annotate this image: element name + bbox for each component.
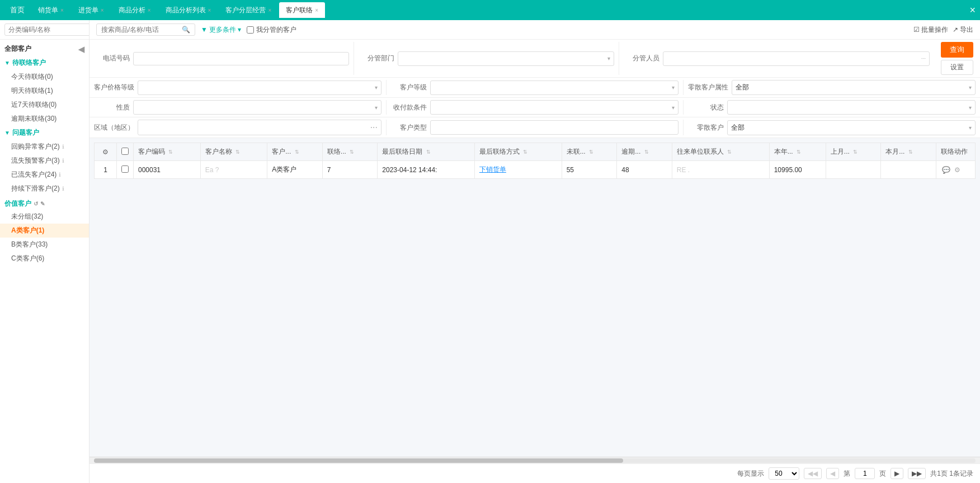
next-page-button[interactable]: ▶	[891, 468, 903, 479]
sort-this-month-icon[interactable]: ⇅	[908, 149, 913, 155]
first-page-button[interactable]: ◀◀	[804, 468, 822, 479]
chevron-down-icon: ▾	[238, 26, 241, 34]
filter-more-button[interactable]: ▼ 更多条件 ▾	[201, 25, 241, 35]
sidebar-item-today[interactable]: 今天待联络(0)	[0, 70, 89, 84]
adv-status-select[interactable]: ▾	[727, 100, 976, 115]
refresh-icon[interactable]: ↺	[34, 201, 38, 207]
sidebar-item-declining[interactable]: 持续下滑客户(2) ℹ	[0, 182, 89, 196]
query-button[interactable]: 查询	[941, 42, 973, 58]
close-all-tabs[interactable]: ×	[969, 4, 976, 16]
adv-retail-attr-select[interactable]: 全部 ▾	[732, 80, 976, 95]
sort-last-month-icon[interactable]: ⇅	[853, 149, 858, 155]
td-checkbox[interactable]	[117, 161, 134, 179]
adv-phone-input[interactable]	[133, 52, 349, 65]
sort-last-method-icon[interactable]: ⇅	[523, 149, 527, 155]
adv-retail-cell: 零散客户 全部 ▾	[684, 117, 980, 138]
close-tab-goods-analysis-list[interactable]: ×	[208, 7, 211, 13]
adv-nature-select[interactable]: ▾	[133, 100, 381, 115]
adv-retail-attr-cell: 零散客户属性 全部 ▾	[684, 78, 980, 97]
qr-icon[interactable]: ⚙	[954, 166, 960, 174]
adv-price-grade-select[interactable]: ▾	[138, 80, 381, 95]
tab-purchase[interactable]: 进货单 ×	[72, 2, 111, 18]
adv-payment-select[interactable]: ▾	[430, 100, 679, 115]
sidebar-item-tomorrow[interactable]: 明天待联络(1)	[0, 84, 89, 98]
sort-this-year-icon[interactable]: ⇅	[797, 149, 801, 155]
adv-region-select[interactable]: ···	[138, 120, 381, 135]
close-tab-purchase[interactable]: ×	[101, 7, 104, 13]
batch-op-button[interactable]: ☑ 批量操作	[913, 25, 948, 35]
tab-customer-contact[interactable]: 客户联络 ×	[279, 2, 325, 18]
table-wrap: ⚙ 客户编码 ⇅ 客户名称 ⇅	[89, 138, 980, 457]
sidebar-item-ungrouped[interactable]: 未分组(32)	[0, 210, 89, 224]
adv-person-cell: 分管人员 ···	[619, 40, 935, 77]
filter-search-icon[interactable]: 🔍	[182, 26, 190, 34]
sidebar-group-pending[interactable]: ▼ 待联络客户	[0, 56, 89, 70]
sidebar-search-area: 🔍	[0, 20, 89, 40]
sort-type-icon[interactable]: ⇅	[295, 149, 299, 155]
adv-dept-select[interactable]: ▾	[398, 51, 614, 66]
close-tab-customer-contact[interactable]: ×	[315, 7, 318, 13]
tab-goods-analysis-list[interactable]: 商品分析列表 ×	[159, 2, 218, 18]
sort-no-contact-icon[interactable]: ⇅	[589, 149, 593, 155]
last-method-link[interactable]: 下销货单	[479, 165, 506, 173]
tab-customer-tier[interactable]: 客户分层经营 ×	[219, 2, 278, 18]
adv-cust-type-select[interactable]	[430, 120, 679, 135]
page-input[interactable]	[855, 468, 875, 479]
sort-contact-count-icon[interactable]: ⇅	[350, 149, 354, 155]
sort-code-icon[interactable]: ⇅	[168, 149, 173, 155]
tab-goods-analysis[interactable]: 商品分析 ×	[112, 2, 158, 18]
sidebar-section-value: 价值客户 ↺ ✎	[0, 196, 89, 210]
adv-status-cell: 状态 ▾	[684, 98, 980, 117]
adv-retail-select[interactable]: 全部 ▾	[727, 120, 976, 135]
horizontal-scrollbar[interactable]	[89, 457, 980, 463]
setting-button[interactable]: 设置	[941, 60, 973, 75]
sidebar-item-attrition-warning[interactable]: 流失预警客户(3) ℹ	[0, 154, 89, 168]
total-label: 共1页 1条记录	[930, 469, 973, 479]
sidebar-item-7days[interactable]: 近7天待联络(0)	[0, 98, 89, 112]
my-customers-checkbox[interactable]	[247, 26, 254, 34]
adv-cust-grade-select[interactable]: ▾	[430, 80, 679, 95]
per-page-select[interactable]: 50 100 200	[769, 467, 799, 480]
sidebar-item-overdue[interactable]: 逾期未联络(30)	[0, 112, 89, 126]
th-last-date: 最后联络日期 ⇅	[378, 143, 475, 161]
page-suffix-label: 页	[879, 469, 886, 479]
select-all-checkbox[interactable]	[121, 148, 129, 155]
sidebar-item-lost[interactable]: 已流失客户(24) ℹ	[0, 168, 89, 182]
close-tab-customer-tier[interactable]: ×	[268, 7, 271, 13]
tab-sales[interactable]: 销货单 ×	[31, 2, 70, 18]
sidebar-item-abnormal[interactable]: 回购异常客户(2) ℹ	[0, 140, 89, 154]
sidebar-search-input[interactable]	[4, 23, 89, 36]
edit-icon[interactable]: ✎	[40, 201, 45, 207]
sort-name-icon[interactable]: ⇅	[235, 149, 240, 155]
sidebar-collapse-icon[interactable]: ◀	[78, 45, 84, 54]
prev-page-button[interactable]: ◀	[826, 468, 839, 479]
sort-contact-person-icon[interactable]: ⇅	[727, 149, 732, 155]
last-page-button[interactable]: ▶▶	[908, 468, 926, 479]
nav-home[interactable]: 首页	[4, 5, 30, 15]
sort-overdue-icon[interactable]: ⇅	[644, 149, 649, 155]
table-settings-icon[interactable]: ⚙	[102, 148, 109, 156]
sidebar-item-b-class[interactable]: B类客户(33)	[0, 238, 89, 252]
adv-person-select[interactable]: ···	[663, 51, 930, 66]
sidebar-item-c-class[interactable]: C类客户(6)	[0, 252, 89, 266]
adv-retail-attr-label: 零散客户属性	[688, 83, 728, 92]
row-checkbox[interactable]	[121, 165, 129, 173]
scrollbar-thumb[interactable]	[94, 458, 623, 463]
filter-my-customers[interactable]: 我分管的客户	[247, 25, 296, 35]
th-last-month: 上月... ⇅	[826, 143, 881, 161]
sort-last-date-icon[interactable]: ⇅	[426, 149, 431, 155]
close-tab-goods-analysis[interactable]: ×	[148, 7, 151, 13]
adv-phone-cell: 电话号码	[89, 40, 354, 77]
sidebar-group-problem[interactable]: ▼ 问题客户	[0, 126, 89, 140]
close-tab-sales[interactable]: ×	[60, 7, 64, 13]
region-more-icon[interactable]: ···	[370, 122, 378, 132]
th-type: 客户... ⇅	[267, 143, 323, 161]
td-last-date: 2023-04-12 14:44:	[378, 161, 475, 179]
message-icon[interactable]: 💬	[942, 166, 950, 174]
sidebar-item-a-class[interactable]: A类客户(1)	[0, 224, 89, 238]
export-button[interactable]: ↗ 导出	[953, 25, 973, 35]
table-body: 1 000031 Ea ? A类客户 7 2023-04-12 14:44: 下…	[95, 161, 976, 179]
adv-filter-row3: 性质 ▾ 收付款条件 ▾ 状态	[89, 97, 980, 117]
filter-search-input[interactable]	[101, 26, 180, 34]
td-overdue: 48	[617, 161, 672, 179]
